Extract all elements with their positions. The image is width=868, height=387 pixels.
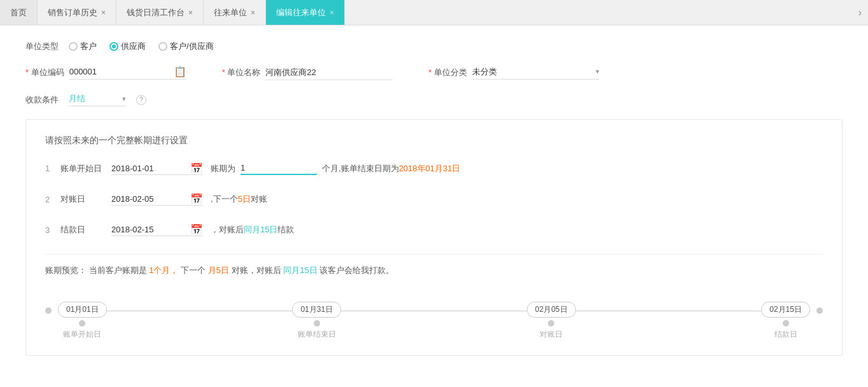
row-2-date-input[interactable] (111, 193, 188, 205)
radio-both[interactable]: 客户/供应商 (158, 41, 214, 52)
row-2-highlight: 5日 (238, 194, 251, 205)
timeline-date-4: 02月15日 (761, 302, 810, 318)
timeline-start-dot (45, 307, 52, 314)
timeline-dot-2 (314, 320, 320, 327)
timeline-label-3: 对账日 (540, 329, 563, 340)
timeline-date-3: 02月05日 (527, 302, 576, 318)
unit-name-input[interactable] (265, 65, 393, 80)
unit-name-label: 单位名称 (222, 67, 261, 78)
timeline-dot-3 (548, 320, 554, 327)
preview-highlight2: 月5日 (208, 265, 229, 275)
period-input[interactable] (241, 162, 317, 175)
timeline-date-2: 01月31日 (292, 302, 341, 318)
tab-partner-unit-close[interactable]: × (251, 8, 255, 17)
radio-customer-label: 客户 (80, 41, 97, 52)
row-1-date-wrap: 📅 (111, 162, 203, 175)
tab-sales-history[interactable]: 销售订单历史 × (38, 0, 116, 25)
row-1-desc-before: 账期为 (211, 163, 235, 174)
setting-row-2: 2 对账日 📅 ,下一个 5日 对账 (45, 193, 823, 206)
timeline-dot-4 (783, 320, 789, 327)
payment-condition-row: 收款条件 月结 ▾ ? (25, 93, 843, 106)
card-title: 请按照未来的一个完整帐期进行设置 (45, 135, 823, 146)
radio-both-label: 客户/供应商 (170, 41, 214, 52)
row-3-calendar-icon[interactable]: 📅 (190, 223, 203, 236)
unit-code-copy-icon[interactable]: 📋 (174, 66, 186, 78)
timeline-label-1: 账单开始日 (63, 329, 101, 340)
preview-highlight3: 同月15日 (283, 265, 317, 275)
preview-text-mid: 对账，对账后 (232, 265, 281, 275)
tab-sales-history-close[interactable]: × (101, 8, 106, 17)
radio-customer[interactable]: 客户 (69, 41, 97, 52)
row-2-label: 对账日 (60, 194, 111, 205)
tab-home[interactable]: 首页 (0, 0, 38, 25)
unit-code-label: 单位编码 (25, 67, 64, 78)
tab-partner-unit[interactable]: 往来单位 × (204, 0, 266, 25)
timeline-node-4: 02月15日 结款日 (761, 302, 810, 340)
timeline-node-2: 01月31日 账单结束日 (292, 302, 341, 340)
unit-code-group: 单位编码 📋 (25, 66, 186, 80)
tab-cash-workbench[interactable]: 钱货日清工作台 × (116, 0, 204, 25)
tab-edit-partner[interactable]: 编辑往来单位 × (266, 0, 345, 25)
tab-sales-history-label: 销售订单历史 (48, 7, 97, 18)
row-1-num: 1 (45, 164, 60, 173)
tab-home-label: 首页 (10, 7, 27, 18)
unit-code-input[interactable] (69, 66, 171, 78)
unit-fields-row: 单位编码 📋 单位名称 单位分类 未分类 ▾ (25, 65, 843, 80)
timeline-end-dot (816, 307, 823, 314)
unit-code-input-wrap: 📋 (69, 66, 186, 80)
setting-row-3: 3 结款日 📅 ，对账后 同月15日 结款 (45, 223, 823, 236)
row-2-num: 2 (45, 195, 60, 204)
radio-supplier-label: 供应商 (121, 41, 146, 52)
tab-partner-unit-label: 往来单位 (214, 7, 247, 18)
timeline-node-3: 02月05日 对账日 (527, 302, 576, 340)
row-3-label: 结款日 (60, 224, 111, 236)
payment-condition-value: 月结 (69, 93, 120, 104)
row-3-date-input[interactable] (111, 223, 188, 236)
row-1-date-input[interactable] (111, 162, 188, 174)
timeline-dot-1 (79, 320, 85, 327)
setting-row-1: 1 账单开始日 📅 账期为 个月,账单结束日期为 2018年01月31日 (45, 162, 823, 175)
tab-cash-workbench-close[interactable]: × (188, 8, 193, 17)
timeline-nodes: 01月01日 账单开始日 01月31日 账单结束日 02月05日 对账日 02月… (58, 302, 810, 340)
timeline-label-2: 账单结束日 (298, 329, 336, 340)
unit-category-value: 未分类 (472, 66, 593, 78)
timeline-node-1: 01月01日 账单开始日 (58, 302, 107, 340)
payment-condition-label: 收款条件 (25, 94, 59, 106)
unit-type-row: 单位类型 客户 供应商 客户/供应商 (25, 41, 843, 52)
radio-both-circle (158, 42, 167, 51)
payment-help-icon[interactable]: ? (136, 95, 146, 105)
preview-text-end: 该客户会给我打款。 (319, 265, 394, 275)
tab-cash-workbench-label: 钱货日清工作台 (127, 7, 185, 18)
timeline-date-1: 01月01日 (58, 302, 107, 318)
payment-condition-select[interactable]: 月结 ▾ (69, 93, 126, 106)
preview-text-before: 当前客户账期是 (89, 265, 147, 275)
row-2-date-wrap: 📅 (111, 193, 203, 206)
preview-highlight1: 1个月， (149, 265, 178, 275)
row-2-desc-before: ,下一个 (211, 194, 238, 205)
radio-supplier[interactable]: 供应商 (109, 41, 146, 52)
radio-customer-circle (69, 42, 78, 51)
row-2-desc-after: 对账 (251, 194, 267, 205)
unit-category-select[interactable]: 未分类 ▾ (472, 66, 599, 80)
row-3-desc-after: 结款 (277, 224, 294, 236)
preview-mid: 下一个 (181, 265, 206, 275)
row-1-highlight: 2018年01月31日 (399, 163, 461, 174)
timeline: 01月01日 账单开始日 01月31日 账单结束日 02月05日 对账日 02月… (45, 302, 823, 340)
row-3-date-wrap: 📅 (111, 223, 203, 236)
main-content: 单位类型 客户 供应商 客户/供应商 单位编码 📋 单位 (0, 25, 868, 387)
row-1-calendar-icon[interactable]: 📅 (190, 162, 203, 174)
timeline-label-4: 结款日 (774, 329, 797, 340)
radio-supplier-circle (109, 42, 118, 51)
row-1-desc-after-pre: 个月,账单结束日期为 (322, 163, 399, 174)
row-3-num: 3 (45, 225, 60, 235)
unit-type-label: 单位类型 (25, 41, 59, 52)
row-2-calendar-icon[interactable]: 📅 (190, 193, 203, 205)
payment-chevron-icon: ▾ (122, 95, 126, 103)
category-chevron-icon: ▾ (596, 67, 599, 76)
row-3-desc-before: ，对账后 (211, 224, 244, 236)
tab-bar: 首页 销售订单历史 × 钱货日清工作台 × 往来单位 × 编辑往来单位 × › (0, 0, 868, 25)
tab-scroll-right[interactable]: › (852, 0, 868, 25)
row-1-label: 账单开始日 (60, 163, 111, 174)
preview-label: 账期预览： (45, 265, 87, 275)
tab-edit-partner-close[interactable]: × (330, 8, 334, 17)
